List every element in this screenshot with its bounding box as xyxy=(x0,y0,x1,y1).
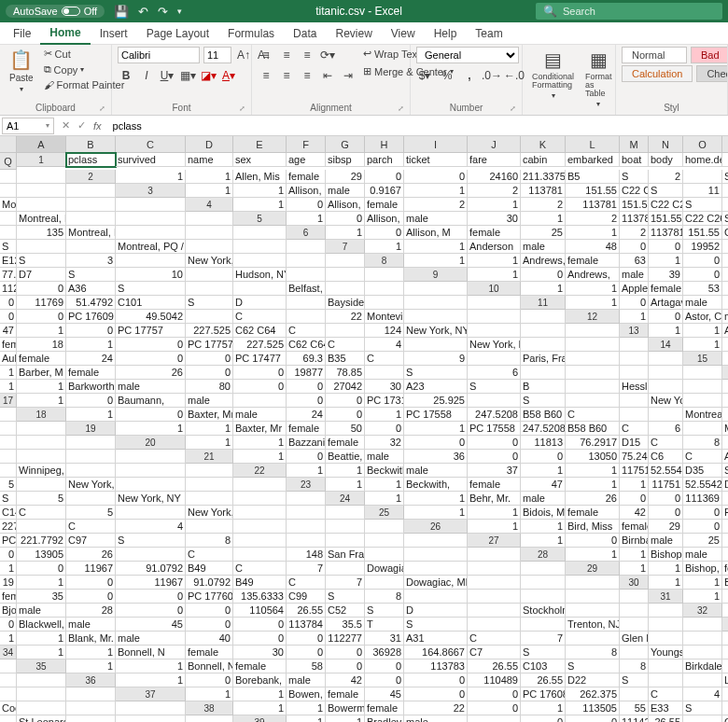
cell[interactable] xyxy=(17,520,66,534)
cell[interactable]: B35 xyxy=(326,352,365,366)
cell[interactable]: 1 xyxy=(365,492,404,506)
row-header[interactable]: 36 xyxy=(66,673,116,687)
cell[interactable]: female xyxy=(186,646,233,660)
cell[interactable]: 1 xyxy=(17,394,66,408)
cell[interactable]: 1 xyxy=(649,254,683,268)
cell[interactable]: female xyxy=(365,198,404,212)
cell[interactable]: 30 xyxy=(233,646,287,660)
cell[interactable]: female xyxy=(566,254,620,268)
cell[interactable]: 1 xyxy=(620,478,649,492)
cell[interactable]: 111369 xyxy=(683,492,722,506)
cell[interactable]: PC 17757 xyxy=(186,338,233,352)
cell[interactable]: Bradley, M xyxy=(365,715,404,722)
cell[interactable]: 1 xyxy=(0,632,17,646)
cell[interactable]: Montevideo, Uruguay xyxy=(365,310,404,324)
cell[interactable]: Bissette, N xyxy=(722,576,728,590)
cell[interactable]: S xyxy=(116,534,186,548)
row-header[interactable]: 23 xyxy=(287,478,326,492)
cell[interactable] xyxy=(521,618,566,632)
cell[interactable] xyxy=(233,394,287,408)
cancel-icon[interactable]: ✕ xyxy=(62,119,70,132)
cell[interactable]: 0 xyxy=(0,548,17,562)
cell[interactable]: 2 xyxy=(404,198,468,212)
cell[interactable]: D xyxy=(404,604,468,618)
cell[interactable]: 1 xyxy=(233,436,287,450)
tab-formulas[interactable]: Formulas xyxy=(218,23,284,44)
enter-icon[interactable]: ✓ xyxy=(77,119,86,132)
tab-data[interactable]: Data xyxy=(284,23,326,44)
cell[interactable]: male xyxy=(404,715,468,722)
cell[interactable] xyxy=(521,310,566,324)
cell[interactable]: 1 xyxy=(66,660,116,673)
cell[interactable] xyxy=(468,310,521,324)
cell[interactable]: 1 xyxy=(521,520,566,534)
row-header[interactable]: 13 xyxy=(620,324,649,338)
cell[interactable]: Bishop, M xyxy=(683,562,722,576)
cell[interactable]: female xyxy=(326,436,365,450)
cell[interactable]: 111427 xyxy=(620,715,649,722)
cell[interactable]: Bonnell, N xyxy=(116,646,186,660)
cell[interactable] xyxy=(521,590,566,604)
cell[interactable]: Montreal, PQ / Chesterville, ON xyxy=(66,226,116,240)
row-header[interactable]: 19 xyxy=(66,422,116,436)
cell[interactable]: 124 xyxy=(365,324,404,338)
column-header[interactable]: E xyxy=(233,136,287,153)
cell[interactable] xyxy=(66,240,116,254)
cell[interactable] xyxy=(683,170,722,184)
cell[interactable] xyxy=(186,520,233,534)
cell[interactable] xyxy=(722,198,728,212)
cell[interactable]: 36928 xyxy=(365,646,404,660)
cell[interactable]: 1 xyxy=(649,562,683,576)
cell[interactable]: C148 xyxy=(0,506,17,520)
cell[interactable] xyxy=(468,715,521,722)
cell[interactable]: Allison, M xyxy=(404,226,468,240)
cell[interactable]: 58 xyxy=(287,660,326,673)
cell[interactable]: 5 xyxy=(66,506,116,520)
row-header[interactable]: 38 xyxy=(186,701,233,715)
cell[interactable] xyxy=(17,422,66,436)
fill-color-icon[interactable]: ◪▾ xyxy=(200,67,217,84)
row-header[interactable]: 4 xyxy=(186,198,233,212)
cell[interactable] xyxy=(683,394,722,408)
cell[interactable] xyxy=(17,687,66,701)
cell[interactable] xyxy=(649,660,683,673)
cell[interactable]: 1 xyxy=(468,520,521,534)
cell[interactable] xyxy=(521,366,566,380)
cell[interactable]: 24 xyxy=(66,352,116,366)
column-header[interactable]: H xyxy=(365,136,404,153)
tab-view[interactable]: View xyxy=(382,23,425,44)
cell[interactable]: 2 xyxy=(620,226,649,240)
cell[interactable]: male xyxy=(17,604,66,618)
row-header[interactable]: 2 xyxy=(66,170,116,184)
cell[interactable]: S xyxy=(365,604,404,618)
cell[interactable] xyxy=(468,618,521,632)
cell[interactable] xyxy=(116,450,186,464)
cell[interactable]: 1 xyxy=(404,184,468,198)
cell[interactable] xyxy=(326,506,365,520)
cell[interactable]: T xyxy=(365,618,404,632)
cell[interactable]: 1 xyxy=(620,310,649,324)
row-header[interactable]: 20 xyxy=(116,436,186,450)
cell[interactable]: 75.2417 xyxy=(620,450,649,464)
cell[interactable]: PC 17760 xyxy=(186,590,233,604)
cell[interactable] xyxy=(722,646,728,660)
cell[interactable]: male xyxy=(649,534,683,548)
style-normal[interactable]: Normal xyxy=(622,47,687,63)
cell[interactable]: fare xyxy=(468,153,521,167)
tab-file[interactable]: File xyxy=(4,23,40,44)
cell[interactable]: 1 xyxy=(404,240,468,254)
cell[interactable]: 2 xyxy=(722,282,728,296)
cell[interactable]: 1 xyxy=(17,646,66,660)
cell[interactable]: C99 xyxy=(287,590,326,604)
cell[interactable]: 0 xyxy=(521,715,566,722)
cell[interactable] xyxy=(0,422,17,436)
cell[interactable]: 0 xyxy=(620,492,649,506)
cell[interactable]: age xyxy=(287,153,326,167)
cell[interactable]: 0 xyxy=(186,366,233,380)
cell[interactable]: 0 xyxy=(521,450,566,464)
cell[interactable]: 52.5542 xyxy=(649,464,683,478)
cell[interactable] xyxy=(326,562,365,576)
cell[interactable]: San Francisco, CA xyxy=(326,548,365,562)
cell[interactable]: C97 xyxy=(66,534,116,548)
cell[interactable]: 1 xyxy=(521,534,566,548)
